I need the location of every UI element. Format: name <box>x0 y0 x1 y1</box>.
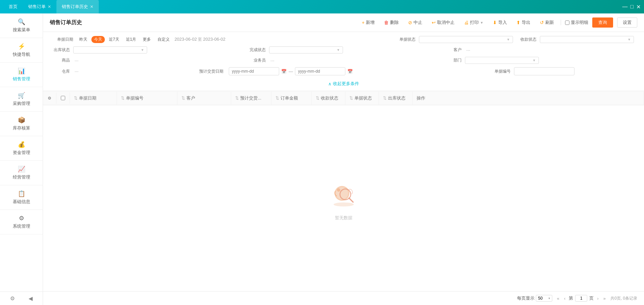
filter-area: 单据日期 昨天 今天 近7天 近1月 更多 自定义 2023-06-02 至 <box>43 32 644 91</box>
calendar-from-icon[interactable]: 📅 <box>281 69 287 74</box>
export-button[interactable]: ⬆ 导出 <box>514 18 533 27</box>
sidebar-item-info[interactable]: 📋 基础信息 <box>0 185 43 210</box>
salesperson-label: 业务员 <box>246 58 269 63</box>
filter-col-customer: 客户 ··· <box>441 47 637 53</box>
department-label: 部门 <box>441 58 465 63</box>
sidebar: 🔍 搜索菜单 ⚡ 快捷导航 📊 销售管理 🛒 采购管理 📦 库存核算 💰 资金管… <box>0 13 43 305</box>
page-size-select[interactable]: 10 20 50 100 <box>536 295 552 302</box>
settings-button[interactable]: 设置 <box>617 17 637 28</box>
inventory-icon: 📦 <box>18 116 25 124</box>
svg-point-5 <box>337 188 340 192</box>
filter-col-complete-status: 完成状态 ▼ <box>246 46 441 53</box>
import-button[interactable]: ⬇ 导入 <box>490 18 510 27</box>
th-order-status-sort-icon: ⇅ <box>349 96 353 101</box>
tab-sales-history[interactable]: 销售订单历史 ✕ <box>56 0 99 13</box>
delivery-date-from[interactable] <box>229 67 279 75</box>
window-controls: — □ ✕ <box>622 4 641 10</box>
collapse-button[interactable]: ∧ 收起更多条件 <box>50 79 637 87</box>
tab-home[interactable]: 首页 <box>3 0 23 13</box>
query-button[interactable]: 查询 <box>592 17 613 28</box>
tab-sales-order[interactable]: 销售订单 ✕ <box>23 0 56 13</box>
th-customer[interactable]: ⇅ 客户 <box>177 92 231 105</box>
order-no-input[interactable] <box>514 67 574 75</box>
customer-ellipsis[interactable]: ··· <box>465 47 472 53</box>
th-date[interactable]: ⇅ 单据日期 <box>70 92 117 105</box>
print-button[interactable]: 🖨 打印 ▼ <box>461 18 486 27</box>
receipt-status-label: 收款状态 <box>516 37 540 42</box>
th-out-status-label: 出库状态 <box>388 95 405 101</box>
th-amount-sort-icon: ⇅ <box>275 96 279 101</box>
sidebar-item-finance[interactable]: 💰 资金管理 <box>0 136 43 161</box>
stop-icon: ⊘ <box>408 20 412 25</box>
page-input[interactable] <box>575 295 587 302</box>
th-checkbox[interactable] <box>56 92 70 104</box>
sidebar-item-inventory[interactable]: 📦 库存核算 <box>0 112 43 136</box>
minimize-button[interactable]: — <box>622 4 628 10</box>
th-order-status[interactable]: ⇅ 单据状态 <box>345 92 379 105</box>
svg-point-0 <box>334 202 354 206</box>
date-btn-today[interactable]: 今天 <box>91 36 105 43</box>
empty-text: 暂无数据 <box>335 215 352 221</box>
sidebar-item-quick-nav[interactable]: ⚡ 快捷导航 <box>0 38 43 63</box>
date-btn-more[interactable]: 更多 <box>140 36 154 43</box>
sidebar-item-sales[interactable]: 📊 销售管理 <box>0 63 43 87</box>
prev-page-button[interactable]: ‹ <box>563 295 567 302</box>
first-page-button[interactable]: « <box>556 295 561 302</box>
print-dropdown-icon: ▼ <box>480 21 483 25</box>
sidebar-label-finance: 资金管理 <box>13 150 30 156</box>
delivery-date-to[interactable] <box>295 67 345 75</box>
filter-col-date: 单据日期 昨天 今天 近7天 近1月 更多 自定义 2023-06-02 至 <box>50 36 395 43</box>
maximize-button[interactable]: □ <box>630 4 634 10</box>
complete-status-arrow: ▼ <box>337 48 340 52</box>
empty-illustration <box>327 176 360 209</box>
calendar-to-icon[interactable]: 📅 <box>347 69 353 74</box>
cancel-stop-button[interactable]: ↩ 取消中止 <box>429 18 457 27</box>
department-select[interactable]: ▼ <box>465 57 539 64</box>
th-order-status-label: 单据状态 <box>354 95 372 101</box>
sidebar-item-search-menu[interactable]: 🔍 搜索菜单 <box>0 13 43 38</box>
delete-button[interactable]: 🗑 删除 <box>381 18 401 27</box>
date-btn-7days[interactable]: 近7天 <box>106 36 122 43</box>
filter-col-order-no: 单据编号 <box>490 67 637 75</box>
delete-label: 删除 <box>390 20 399 26</box>
tab-sales-history-close[interactable]: ✕ <box>90 4 93 9</box>
sidebar-item-system[interactable]: ⚙ 系统管理 <box>0 210 43 234</box>
salesperson-ellipsis[interactable]: ··· <box>269 57 276 64</box>
sidebar-bottom-settings-icon[interactable]: ⚙ <box>10 295 15 302</box>
new-button[interactable]: + 新增 <box>359 18 377 27</box>
outbound-status-select[interactable]: ▼ <box>73 46 147 53</box>
select-all-checkbox[interactable] <box>61 96 65 100</box>
th-receipt-sort-icon: ⇅ <box>316 96 319 101</box>
th-settings[interactable]: ⚙ <box>43 92 56 104</box>
th-receipt-status[interactable]: ⇅ 收款状态 <box>312 92 345 105</box>
th-delivery[interactable]: ⇅ 预计交货... <box>231 92 271 105</box>
tab-sales-order-close[interactable]: ✕ <box>48 4 51 9</box>
stop-button[interactable]: ⊘ 中止 <box>405 18 425 27</box>
date-btn-custom[interactable]: 自定义 <box>155 36 172 43</box>
th-out-status[interactable]: ⇅ 出库状态 <box>379 92 413 105</box>
complete-status-select[interactable]: ▼ <box>269 46 343 53</box>
warehouse-ellipsis[interactable]: ··· <box>73 68 80 75</box>
product-label: 商品 <box>50 58 73 63</box>
receipt-status-select[interactable]: ▼ <box>540 36 634 43</box>
order-status-select[interactable]: ▼ <box>419 36 513 43</box>
th-amount[interactable]: ⇅ 订单金额 <box>271 92 312 105</box>
filter-col-out-status: 出库状态 ▼ <box>50 46 246 53</box>
date-btn-yesterday[interactable]: 昨天 <box>77 36 90 43</box>
date-btn-1month[interactable]: 近1月 <box>123 36 139 43</box>
customer-label: 客户 <box>441 47 465 53</box>
refresh-button[interactable]: ↺ 刷新 <box>537 18 557 27</box>
refresh-icon: ↺ <box>540 20 544 25</box>
sidebar-label-quick: 快捷导航 <box>13 51 30 58</box>
department-arrow: ▼ <box>532 59 536 62</box>
last-page-button[interactable]: » <box>602 295 607 302</box>
close-window-button[interactable]: ✕ <box>636 4 641 10</box>
product-ellipsis[interactable]: ··· <box>73 57 80 64</box>
th-order-no[interactable]: ⇅ 单据编号 <box>117 92 177 105</box>
sidebar-collapse-icon[interactable]: ◀ <box>29 295 33 302</box>
show-detail-checkbox[interactable]: 显示明细 <box>565 20 588 26</box>
sidebar-item-operations[interactable]: 📈 经营管理 <box>0 161 43 185</box>
sidebar-item-purchase[interactable]: 🛒 采购管理 <box>0 87 43 112</box>
next-page-button[interactable]: › <box>596 295 600 302</box>
show-detail-input[interactable] <box>565 21 569 25</box>
